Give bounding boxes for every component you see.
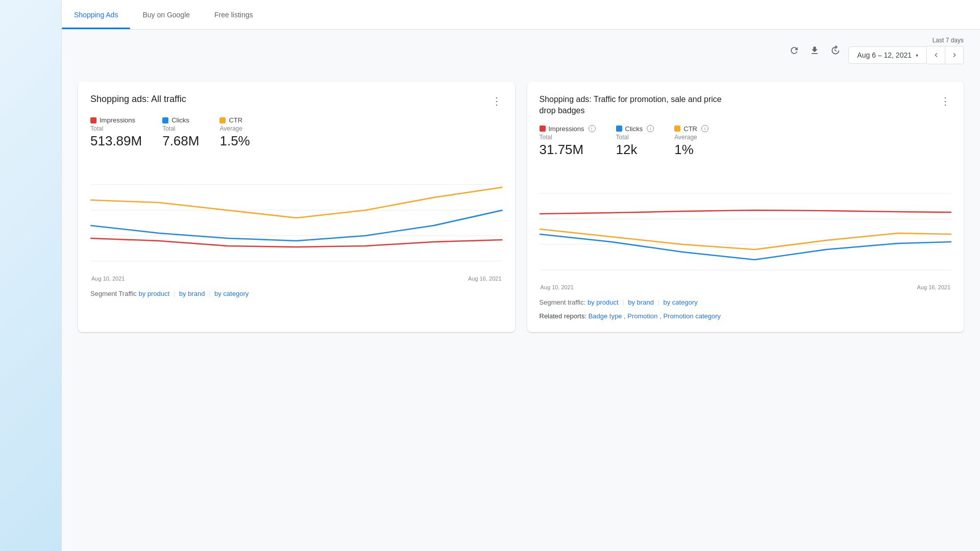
- segment-by-brand-1[interactable]: by brand: [179, 290, 205, 297]
- tab-shopping-ads[interactable]: Shopping Ads: [62, 0, 130, 29]
- metric-type-ctr-1: Average: [219, 125, 250, 132]
- metric-legend-ctr-2: CTR i: [674, 125, 708, 133]
- tab-bar: Shopping Ads Buy on Google Free listings: [62, 0, 980, 30]
- metric-type-impressions-2: Total: [540, 134, 596, 141]
- tab-free-listings[interactable]: Free listings: [202, 0, 265, 29]
- metric-value-impressions-1: 513.89M: [90, 133, 142, 149]
- date-nav: Aug 6 – 12, 2021 ▾: [848, 46, 964, 64]
- metric-type-ctr-2: Average: [674, 134, 708, 141]
- card-title-2: Shopping ads: Traffic for promotion, sal…: [540, 94, 733, 117]
- card-promotion-traffic: Shopping ads: Traffic for promotion, sal…: [527, 82, 964, 332]
- report-badge-type[interactable]: Badge type: [589, 312, 622, 320]
- metric-type-impressions-1: Total: [90, 125, 142, 132]
- metric-type-clicks-1: Total: [162, 125, 199, 132]
- download-icon[interactable]: [810, 45, 820, 56]
- metric-clicks-2: Clicks i Total 12k: [616, 125, 654, 158]
- segment-traffic-2: Segment traffic: by product | by brand |…: [540, 298, 952, 306]
- date-section: Last 7 days Aug 6 – 12, 2021 ▾: [848, 37, 964, 64]
- date-range-dropdown[interactable]: Aug 6 – 12, 2021 ▾: [848, 46, 927, 64]
- refresh-icon[interactable]: [789, 45, 799, 56]
- metric-dot-clicks-1: [162, 117, 168, 123]
- toolbar: Last 7 days Aug 6 – 12, 2021 ▾: [62, 30, 980, 71]
- metric-value-clicks-2: 12k: [616, 142, 654, 158]
- toolbar-icons: [789, 45, 840, 56]
- segment-by-brand-2[interactable]: by brand: [628, 298, 654, 306]
- card-all-traffic: Shopping ads: All traffic ⋮ Impressions …: [78, 82, 515, 332]
- metric-dot-clicks-2: [616, 126, 622, 132]
- chart-axis-2: Aug 10, 2021 Aug 16, 2021: [540, 284, 952, 290]
- metric-legend-clicks-1: Clicks: [162, 116, 199, 124]
- card-header-1: Shopping ads: All traffic ⋮: [90, 94, 503, 108]
- info-icon-ctr[interactable]: i: [701, 125, 708, 132]
- segment-by-product-1[interactable]: by product: [138, 290, 169, 297]
- segment-by-category-1[interactable]: by category: [214, 290, 249, 297]
- chart-2: [540, 168, 952, 280]
- segment-by-category-2[interactable]: by category: [664, 298, 698, 306]
- related-reports: Related reports: Badge type , Promotion …: [540, 312, 952, 320]
- prev-date-button[interactable]: [927, 46, 945, 64]
- metric-type-clicks-2: Total: [616, 134, 654, 141]
- metric-legend-clicks-2: Clicks i: [616, 125, 654, 133]
- metric-value-ctr-1: 1.5%: [219, 133, 250, 149]
- metric-value-clicks-1: 7.68M: [162, 133, 199, 149]
- card-title-1: Shopping ads: All traffic: [90, 94, 186, 105]
- content-area: Shopping ads: All traffic ⋮ Impressions …: [62, 71, 980, 342]
- metrics-row-1: Impressions Total 513.89M Clicks Total 7…: [90, 116, 503, 149]
- chart-1: [90, 159, 503, 271]
- metric-value-impressions-2: 31.75M: [540, 142, 596, 158]
- history-icon[interactable]: [830, 45, 840, 56]
- metric-impressions-2: Impressions i Total 31.75M: [540, 125, 596, 158]
- metric-clicks-1: Clicks Total 7.68M: [162, 116, 199, 149]
- metric-legend-ctr-1: CTR: [219, 116, 250, 124]
- metric-impressions-1: Impressions Total 513.89M: [90, 116, 142, 149]
- segment-traffic-1: Segment Traffic by product | by brand | …: [90, 290, 503, 297]
- metric-dot-impressions-2: [540, 126, 546, 132]
- report-promotion[interactable]: Promotion: [627, 312, 657, 320]
- card-header-2: Shopping ads: Traffic for promotion, sal…: [540, 94, 952, 117]
- metric-dot-impressions-1: [90, 117, 96, 123]
- metric-legend-impressions-1: Impressions: [90, 116, 142, 124]
- tab-buy-on-google[interactable]: Buy on Google: [130, 0, 202, 29]
- metric-legend-impressions-2: Impressions i: [540, 125, 596, 133]
- metric-dot-ctr-1: [219, 117, 226, 123]
- chart-axis-1: Aug 10, 2021 Aug 16, 2021: [90, 276, 503, 282]
- metric-dot-ctr-2: [674, 126, 680, 132]
- metrics-row-2: Impressions i Total 31.75M Clicks i Tota…: [540, 125, 952, 158]
- metric-value-ctr-2: 1%: [674, 142, 708, 158]
- date-range-label: Last 7 days: [933, 37, 964, 44]
- card-menu-1[interactable]: ⋮: [491, 94, 503, 108]
- metric-ctr-1: CTR Average 1.5%: [219, 116, 250, 149]
- info-icon-impressions[interactable]: i: [589, 125, 596, 132]
- info-icon-clicks[interactable]: i: [647, 125, 654, 132]
- card-menu-2[interactable]: ⋮: [939, 94, 951, 108]
- metric-ctr-2: CTR i Average 1%: [674, 125, 708, 158]
- segment-by-product-2[interactable]: by product: [587, 298, 619, 306]
- report-promotion-category[interactable]: Promotion category: [663, 312, 721, 320]
- next-date-button[interactable]: [945, 46, 964, 64]
- dropdown-caret: ▾: [916, 53, 918, 58]
